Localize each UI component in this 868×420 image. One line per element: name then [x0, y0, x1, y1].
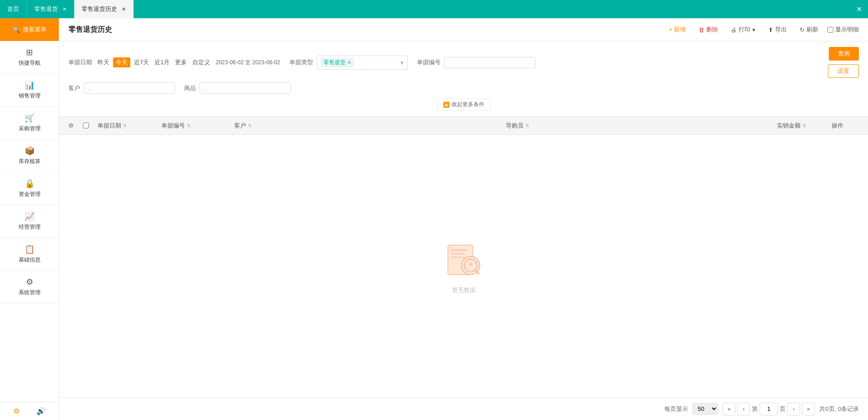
th-guide[interactable]: 导购员 ⇅ [501, 122, 773, 130]
last-page-button[interactable]: » [802, 403, 815, 415]
svg-rect-3 [451, 256, 465, 258]
print-button[interactable]: 🖨 打印 ▾ [727, 24, 759, 36]
filter-area: 单据日期 昨天 今天 近7天 近1月 更多 自定义 2023-06-02 至 2… [59, 41, 868, 117]
show-detail-checkbox[interactable]: 显示明细 [827, 26, 859, 34]
th-amount[interactable]: 实销金额 ⇅ [772, 122, 827, 130]
tab-home[interactable]: 首页 [0, 0, 27, 18]
th-ops: 操作 [827, 122, 863, 130]
collapse-button[interactable]: 🔼 收起更多条件 [437, 98, 490, 111]
sidebar-item-system-mgmt[interactable]: ⚙ 系统管理 [0, 271, 59, 303]
date-opt-7days[interactable]: 近7天 [132, 57, 151, 67]
table-header: ⚙ 单据日期 ⇅ 单据编号 ⇅ 客户 ⇅ 导购员 ⇅ [59, 117, 868, 135]
sidebar-item-finance[interactable]: 🔒 资金管理 [0, 172, 59, 205]
first-page-button[interactable]: « [723, 403, 735, 415]
th-customer[interactable]: 客户 ⇅ [230, 122, 501, 130]
window-close-button[interactable]: ✕ [850, 0, 868, 18]
sidebar-item-finance-label: 资金管理 [19, 190, 41, 198]
date-options: 昨天 今天 近7天 近1月 更多 自定义 [96, 57, 212, 67]
print-button-label: 打印 [739, 26, 750, 34]
collapse-label: 收起更多条件 [452, 101, 484, 108]
sidebar-settings-button[interactable]: ⚙ [13, 407, 20, 415]
set-button[interactable]: 设置 [828, 64, 859, 78]
refresh-button-label: 刷新 [806, 26, 818, 34]
show-detail-input[interactable] [827, 27, 833, 33]
tab-return-label: 零售退货 [34, 5, 58, 13]
sidebar-footer: ⚙ 🔊 [0, 402, 59, 420]
new-button[interactable]: + 新增 [665, 24, 689, 36]
tab-return-close[interactable]: ✕ [62, 6, 67, 12]
filter-type-tag: 零售退货 ✕ [321, 58, 354, 67]
th-no[interactable]: 单据编号 ⇅ [157, 122, 230, 130]
sidebar-item-inventory[interactable]: 📦 库存核算 [0, 139, 59, 172]
th-date-label: 单据日期 [98, 122, 121, 130]
th-amount-label: 实销金额 [777, 122, 801, 130]
refresh-icon: ↻ [800, 26, 805, 33]
th-customer-label: 客户 [234, 122, 246, 130]
collapse-icon: 🔼 [443, 102, 450, 108]
query-button[interactable]: 查询 [829, 47, 859, 61]
date-opt-custom[interactable]: 自定义 [190, 57, 212, 67]
filter-goods: 商品 [184, 82, 291, 94]
tab-list: 首页 零售退货 ✕ 零售退货历史 ✕ [0, 0, 850, 18]
pagination-nav: « ‹ 第 页 › » [723, 403, 815, 415]
content-area: 零售退货历史 + 新增 🗑 删除 🖨 打印 ▾ ⬆ 导出 [59, 18, 868, 420]
refresh-button[interactable]: ↻ 刷新 [796, 24, 822, 36]
delete-button[interactable]: 🗑 删除 [695, 24, 722, 36]
quick-nav-icon: ⊞ [26, 47, 33, 57]
sidebar-item-basic-info[interactable]: 📋 基础信息 [0, 238, 59, 271]
sidebar-item-operations[interactable]: 📈 经营管理 [0, 205, 59, 238]
sidebar-audio-button[interactable]: 🔊 [36, 407, 46, 415]
filter-customer-input[interactable] [84, 82, 175, 94]
query-area: 查询 设置 [828, 47, 859, 78]
select-all-checkbox[interactable] [78, 123, 93, 128]
operations-icon: 📈 [25, 211, 35, 221]
sort-date-icon: ⇅ [123, 123, 127, 128]
tab-return-history[interactable]: 零售退货历史 ✕ [74, 0, 134, 18]
purchase-mgmt-icon: 🛒 [25, 113, 35, 123]
main-layout: 🔍 搜索菜单 ⊞ 快捷导航 📊 销售管理 🛒 采购管理 📦 库存核算 🔒 [0, 18, 868, 420]
sidebar-item-sales-mgmt[interactable]: 📊 销售管理 [0, 74, 59, 107]
sort-no-icon: ⇅ [187, 123, 190, 128]
filter-customer: 客户 [68, 82, 175, 94]
th-no-label: 单据编号 [161, 122, 185, 130]
select-all-input[interactable] [83, 123, 89, 128]
filter-no: 单据编号 [417, 57, 535, 68]
export-button[interactable]: ⬆ 导出 [765, 24, 791, 36]
show-detail-label: 显示明细 [835, 26, 859, 34]
sidebar-item-operations-label: 经营管理 [19, 223, 41, 231]
page-input[interactable] [760, 403, 778, 415]
next-page-button[interactable]: › [787, 403, 800, 415]
filter-no-input[interactable] [444, 57, 535, 68]
export-button-label: 导出 [775, 26, 787, 34]
per-page-select[interactable]: 20 50 100 [693, 403, 718, 415]
sort-customer-icon: ⇅ [248, 123, 252, 128]
delete-button-label: 删除 [706, 26, 718, 34]
svg-rect-2 [451, 253, 463, 255]
filter-goods-input[interactable] [200, 82, 291, 94]
date-opt-today[interactable]: 今天 [113, 57, 130, 67]
filter-row-1: 单据日期 昨天 今天 近7天 近1月 更多 自定义 2023-06-02 至 2… [68, 47, 859, 78]
column-settings-button[interactable]: ⚙ [64, 118, 78, 133]
tab-return-history-label: 零售退货历史 [82, 5, 117, 13]
page-title: 零售退货历史 [68, 25, 112, 35]
date-opt-1month[interactable]: 近1月 [153, 57, 171, 67]
filter-type-dropdown-icon: ▾ [401, 59, 404, 66]
empty-text: 暂无数据 [452, 286, 476, 294]
th-date[interactable]: 单据日期 ⇅ [93, 122, 157, 130]
prev-page-button[interactable]: ‹ [737, 403, 750, 415]
tab-return-history-close[interactable]: ✕ [122, 6, 126, 12]
sidebar-item-system-mgmt-label: 系统管理 [19, 289, 41, 297]
sidebar-search[interactable]: 🔍 搜索菜单 [0, 18, 59, 41]
page-word: 第 [752, 405, 758, 413]
filter-type-select[interactable]: 零售退货 ✕ ▾ [317, 56, 408, 70]
page-header: 零售退货历史 + 新增 🗑 删除 🖨 打印 ▾ ⬆ 导出 [59, 18, 868, 41]
tab-return[interactable]: 零售退货 ✕ [27, 0, 74, 18]
inventory-icon: 📦 [25, 146, 35, 156]
sidebar-item-purchase-mgmt[interactable]: 🛒 采购管理 [0, 107, 59, 139]
sidebar-item-purchase-mgmt-label: 采购管理 [19, 125, 41, 133]
filter-type-tag-close[interactable]: ✕ [347, 60, 351, 66]
date-opt-yesterday[interactable]: 昨天 [96, 57, 111, 67]
th-ops-label: 操作 [832, 122, 843, 130]
sidebar-item-quick-nav[interactable]: ⊞ 快捷导航 [0, 41, 59, 74]
date-opt-more[interactable]: 更多 [173, 57, 189, 67]
